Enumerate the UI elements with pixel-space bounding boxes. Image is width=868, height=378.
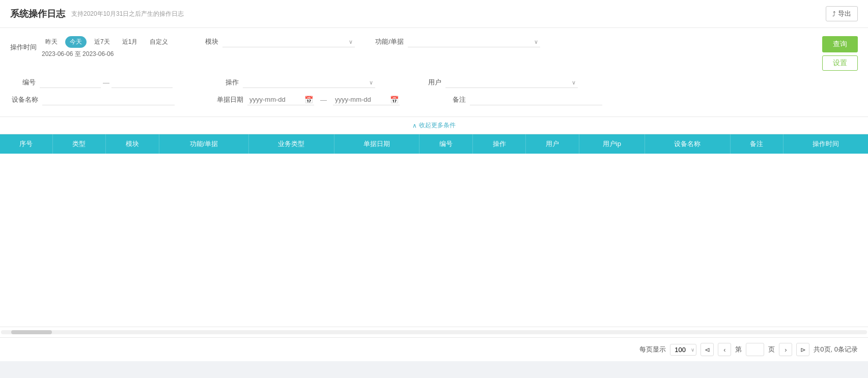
col-user-ip: 用户ip [579, 134, 645, 154]
operation-filter: 操作 ∨ [213, 77, 375, 88]
date-start-input[interactable] [247, 94, 303, 105]
module-filter: 模块 ∨ [193, 36, 355, 47]
module-select-wrapper: ∨ [222, 36, 355, 47]
function-select[interactable] [408, 36, 540, 47]
time-buttons: 昨天 今天 近7天 近1月 自定义 [41, 36, 173, 48]
table-header-row: 序号 类型 模块 功能/单据 业务类型 单据日期 编号 操作 用户 用户ip 设… [0, 134, 868, 154]
collapse-label: 收起更多条件 [419, 121, 456, 130]
time-filter-group: 昨天 今天 近7天 近1月 自定义 2023-06-06 至 2023-06-0… [41, 36, 173, 59]
next-page-button[interactable]: › [779, 343, 792, 356]
operation-time-filter: 操作时间 昨天 今天 近7天 近1月 自定义 2023-06-06 至 2023… [10, 36, 173, 59]
device-filter: 设备名称 [10, 94, 175, 105]
code-start-input[interactable] [40, 77, 101, 88]
col-code: 编号 [419, 134, 472, 154]
time-btn-custom[interactable]: 自定义 [145, 36, 173, 48]
filter-row-2: 编号 — 操作 ∨ 用户 ∨ [10, 77, 858, 88]
function-filter: 功能/单据 ∨ [375, 36, 540, 47]
code-range: — [40, 77, 173, 88]
scroll-thumb[interactable] [11, 330, 52, 334]
filter-area: 操作时间 昨天 今天 近7天 近1月 自定义 2023-06-06 至 2023… [0, 28, 868, 117]
query-button[interactable]: 查询 [822, 36, 858, 52]
time-btn-1month[interactable]: 近1月 [118, 36, 143, 48]
col-remark: 备注 [730, 134, 783, 154]
page-header: 系统操作日志 支持2020年10月31日之后产生的操作日志 ⤴ 导出 [0, 0, 868, 28]
col-module: 模块 [106, 134, 159, 154]
module-label: 模块 [193, 37, 218, 46]
data-table: 序号 类型 模块 功能/单据 业务类型 单据日期 编号 操作 用户 用户ip 设… [0, 134, 868, 154]
scroll-bar-area [0, 327, 868, 337]
date-end-input[interactable] [333, 94, 389, 105]
total-info: 共0页, 0条记录 [814, 345, 858, 354]
operation-select[interactable] [243, 77, 375, 88]
operation-label: 操作 [213, 78, 239, 87]
page-size-wrapper: 100 50 200 ∨ [670, 344, 696, 356]
code-label: 编号 [10, 78, 36, 87]
page-label: 第 [735, 345, 742, 354]
date-end-wrapper: 📅 [333, 94, 400, 105]
filter-row-3: 设备名称 单据日期 📅 — 📅 备注 [10, 94, 858, 105]
page-title: 系统操作日志 [10, 8, 65, 20]
time-btn-yesterday[interactable]: 昨天 [41, 36, 62, 48]
action-buttons: 查询 设置 [822, 36, 858, 71]
first-page-button[interactable]: ⊲ [701, 343, 714, 356]
title-group: 系统操作日志 支持2020年10月31日之后产生的操作日志 [10, 8, 184, 20]
export-icon: ⤴ [832, 10, 836, 18]
page-size-select[interactable]: 100 50 200 [670, 344, 696, 356]
filter-row-1: 操作时间 昨天 今天 近7天 近1月 自定义 2023-06-06 至 2023… [10, 36, 858, 71]
calendar-start-icon[interactable]: 📅 [303, 96, 314, 104]
code-filter: 编号 — [10, 77, 173, 88]
col-operation: 操作 [472, 134, 525, 154]
col-op-time: 操作时间 [783, 134, 868, 154]
time-btn-today[interactable]: 今天 [65, 36, 87, 48]
remark-input[interactable] [470, 94, 602, 105]
code-end-input[interactable] [111, 77, 173, 88]
table-wrapper: 序号 类型 模块 功能/单据 业务类型 单据日期 编号 操作 用户 用户ip 设… [0, 134, 868, 154]
user-select[interactable] [445, 77, 578, 88]
col-business-type: 业务类型 [249, 134, 334, 154]
device-label: 设备名称 [10, 95, 38, 104]
col-device: 设备名称 [645, 134, 730, 154]
collapse-chevron-icon: ∧ [412, 122, 417, 129]
collapse-bar[interactable]: ∧ 收起更多条件 [0, 117, 868, 134]
settings-button[interactable]: 设置 [822, 55, 858, 71]
pagination-bar: 每页显示 100 50 200 ∨ ⊲ ‹ 第 1 页 › ⊳ 共0页, 0条记… [0, 337, 868, 361]
operation-select-wrapper: ∨ [243, 77, 375, 88]
prev-page-button[interactable]: ‹ [718, 343, 731, 356]
user-select-wrapper: ∨ [445, 77, 578, 88]
col-user: 用户 [526, 134, 579, 154]
export-label: 导出 [838, 9, 851, 18]
time-btn-7days[interactable]: 近7天 [90, 36, 115, 48]
page-size-label: 每页显示 [639, 345, 666, 354]
function-select-wrapper: ∨ [408, 36, 540, 47]
user-filter: 用户 ∨ [416, 77, 578, 88]
document-date-filter: 单据日期 📅 — 📅 [215, 94, 400, 105]
remark-filter: 备注 [440, 94, 602, 105]
date-start-wrapper: 📅 [247, 94, 314, 105]
page-suffix: 页 [768, 345, 775, 354]
document-date-label: 单据日期 [215, 95, 243, 104]
date-dash: — [320, 96, 327, 104]
empty-area [0, 154, 868, 327]
operation-time-label: 操作时间 [10, 43, 37, 52]
export-button[interactable]: ⤴ 导出 [826, 6, 858, 21]
col-type: 类型 [52, 134, 105, 154]
user-label: 用户 [416, 78, 441, 87]
device-input[interactable] [42, 94, 175, 105]
remark-label: 备注 [440, 95, 466, 104]
module-select[interactable] [222, 36, 355, 47]
scroll-track[interactable] [1, 330, 867, 334]
calendar-end-icon[interactable]: 📅 [389, 96, 400, 104]
page-subtitle: 支持2020年10月31日之后产生的操作日志 [71, 10, 184, 18]
time-range-text: 2023-06-06 至 2023-06-06 [42, 50, 173, 59]
col-function: 功能/单据 [159, 134, 248, 154]
col-index: 序号 [0, 134, 52, 154]
function-label: 功能/单据 [375, 37, 404, 46]
last-page-button[interactable]: ⊳ [796, 343, 809, 356]
table-header: 序号 类型 模块 功能/单据 业务类型 单据日期 编号 操作 用户 用户ip 设… [0, 134, 868, 154]
code-dash: — [103, 79, 109, 86]
col-doc-date: 单据日期 [334, 134, 419, 154]
page-number-input[interactable]: 1 [746, 343, 764, 356]
collapse-content: ∧ 收起更多条件 [412, 121, 456, 130]
